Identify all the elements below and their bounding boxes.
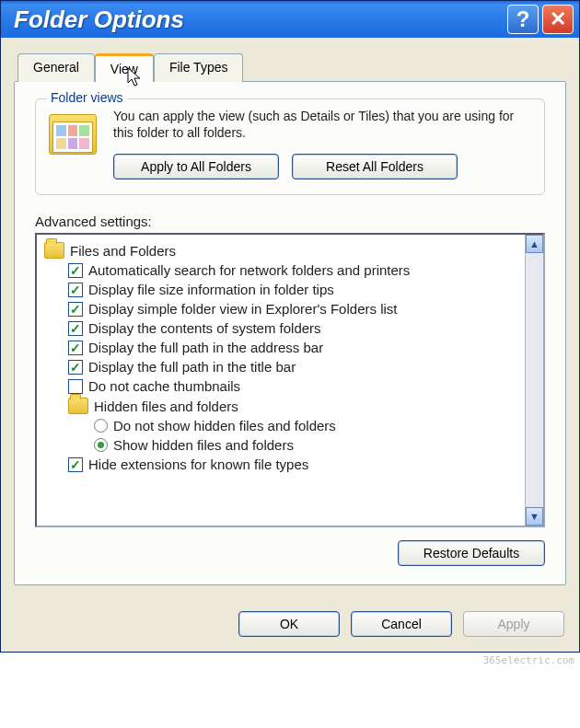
tab-general[interactable]: General	[17, 53, 95, 82]
radio[interactable]	[94, 438, 108, 452]
tree-radio-item[interactable]: Do not show hidden files and folders	[44, 416, 517, 435]
tree-scroll-area[interactable]: Files and Folders Automatically search f…	[37, 235, 525, 526]
folder-icon	[44, 242, 64, 259]
folder-views-legend: Folder views	[47, 90, 127, 105]
checkbox[interactable]	[68, 302, 83, 317]
checkbox[interactable]	[68, 283, 83, 297]
tree-item-label: Display simple folder view in Explorer's…	[88, 301, 397, 317]
checkbox[interactable]	[68, 321, 83, 336]
folder-views-text: You can apply the view (such as Details …	[113, 109, 531, 141]
folder-tiles-icon	[49, 114, 97, 155]
scroll-down-button[interactable]: ▼	[526, 507, 543, 526]
tree-item-label: Hide extensions for known file types	[88, 456, 308, 472]
advanced-settings-label: Advanced settings:	[35, 214, 545, 229]
ok-button[interactable]: OK	[238, 611, 340, 637]
tree-item[interactable]: Display simple folder view in Explorer's…	[44, 299, 517, 318]
tree-root-label: Files and Folders	[70, 243, 176, 259]
titlebar[interactable]: Folder Options ? ✕	[1, 1, 579, 38]
chevron-up-icon: ▲	[529, 238, 539, 249]
radio[interactable]	[94, 419, 108, 433]
window-body: General View File Types Folder views	[1, 38, 579, 598]
checkbox[interactable]	[68, 263, 83, 278]
tree-item[interactable]: Automatically search for network folders…	[44, 260, 517, 280]
close-icon: ✕	[550, 7, 566, 31]
checkbox[interactable]	[68, 457, 83, 472]
tab-strip: General View File Types	[17, 53, 566, 82]
tree-subgroup-hidden-files[interactable]: Hidden files and folders	[44, 396, 517, 416]
tree-radio-item[interactable]: Show hidden files and folders	[44, 435, 517, 455]
tree-item-label: Display the full path in the title bar	[88, 359, 296, 375]
tree-subgroup-label: Hidden files and folders	[94, 399, 238, 414]
tree-item[interactable]: Display file size information in folder …	[44, 280, 517, 299]
folder-icon	[68, 398, 88, 414]
chevron-down-icon: ▼	[529, 511, 539, 522]
tab-view-label: View	[110, 62, 138, 76]
close-button[interactable]: ✕	[542, 5, 574, 34]
help-icon: ?	[516, 6, 530, 32]
advanced-settings-tree: Files and Folders Automatically search f…	[35, 233, 545, 527]
checkbox[interactable]	[68, 360, 83, 375]
help-button[interactable]: ?	[507, 5, 539, 34]
folder-views-group: Folder views You can apply the view (suc…	[35, 98, 545, 195]
tab-content-view: Folder views You can apply the view (suc…	[14, 81, 566, 585]
cancel-button[interactable]: Cancel	[351, 611, 452, 637]
checkbox[interactable]	[68, 379, 83, 394]
tree-item[interactable]: Display the full path in the address bar	[44, 338, 517, 357]
tree-item-label: Display the contents of system folders	[88, 320, 321, 336]
tree-radio-label: Do not show hidden files and folders	[113, 418, 336, 433]
tree-item[interactable]: Do not cache thumbnails	[44, 376, 517, 396]
tree-root-files-and-folders[interactable]: Files and Folders	[44, 240, 517, 260]
tree-item-label: Display the full path in the address bar	[88, 340, 323, 355]
tree-item-label: Display file size information in folder …	[88, 282, 334, 297]
dialog-button-row: OK Cancel Apply	[1, 598, 579, 652]
tree-item[interactable]: Hide extensions for known file types	[44, 455, 517, 474]
apply-to-all-folders-button[interactable]: Apply to All Folders	[113, 154, 279, 179]
tab-file-types[interactable]: File Types	[154, 53, 244, 82]
tree-scrollbar[interactable]: ▲ ▼	[525, 235, 543, 526]
titlebar-buttons: ? ✕	[507, 5, 574, 34]
folder-views-icon	[49, 109, 102, 179]
tree-item[interactable]: Display the contents of system folders	[44, 318, 517, 338]
apply-button[interactable]: Apply	[463, 611, 564, 637]
tree-item[interactable]: Display the full path in the title bar	[44, 357, 517, 376]
scroll-up-button[interactable]: ▲	[526, 235, 543, 253]
restore-defaults-button[interactable]: Restore Defaults	[398, 540, 545, 566]
tab-view[interactable]: View	[95, 53, 154, 82]
reset-all-folders-button[interactable]: Reset All Folders	[292, 154, 458, 179]
watermark: 365electric.com	[0, 653, 580, 668]
tree-radio-label: Show hidden files and folders	[113, 437, 294, 453]
tree-item-label: Do not cache thumbnails	[88, 378, 240, 394]
folder-options-window: Folder Options ? ✕ General View File Typ…	[0, 0, 580, 653]
window-title: Folder Options	[14, 6, 507, 34]
tree-item-label: Automatically search for network folders…	[88, 262, 410, 278]
checkbox[interactable]	[68, 341, 83, 355]
